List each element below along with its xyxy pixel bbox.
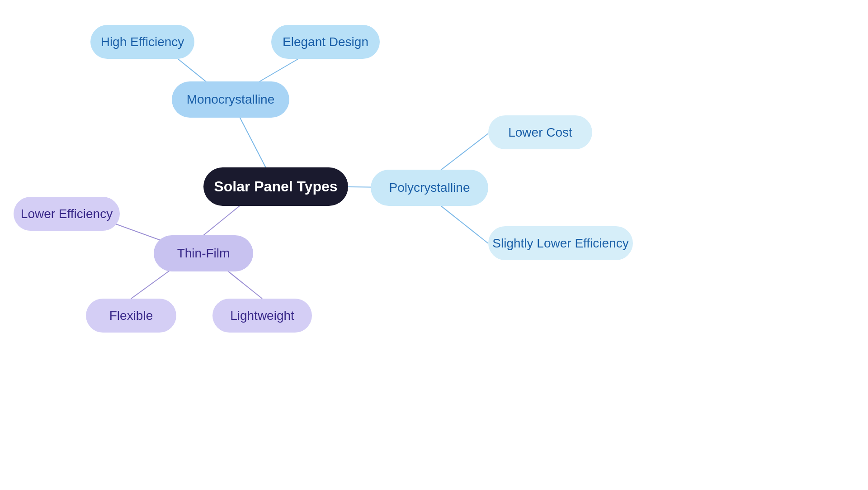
slightly-lower-efficiency-node: Slightly Lower Efficiency [488, 226, 633, 260]
high-efficiency-node: High Efficiency [90, 25, 194, 59]
polycrystalline-node: Polycrystalline [371, 170, 488, 206]
lower-efficiency-node: Lower Efficiency [14, 197, 120, 231]
svg-line-6 [203, 206, 240, 235]
flexible-node: Flexible [86, 299, 176, 333]
elegant-design-node: Elegant Design [271, 25, 380, 59]
center-node: Solar Panel Types [203, 167, 348, 206]
thin-film-node: Thin-Film [154, 235, 253, 271]
lower-cost-node: Lower Cost [488, 115, 592, 149]
monocrystalline-node: Monocrystalline [172, 81, 289, 118]
mind-map-connections [0, 0, 868, 490]
lightweight-node: Lightweight [212, 299, 312, 333]
